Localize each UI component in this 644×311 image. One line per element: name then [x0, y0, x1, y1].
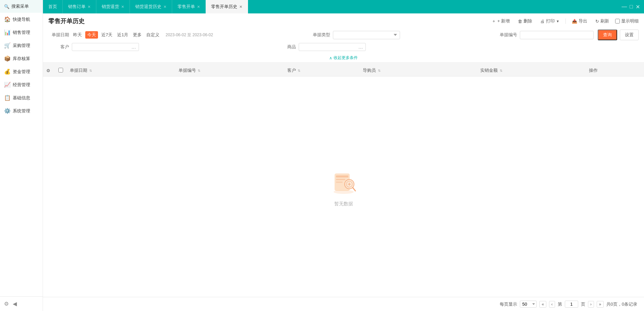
th-amount[interactable]: 实销金额 ⇅	[477, 65, 586, 76]
tab-retail-open-history[interactable]: 零售开单历史 ✕	[206, 0, 248, 13]
tab-sales-return-history[interactable]: 销货退货历史 ✕	[130, 0, 172, 13]
date-option-7days[interactable]: 近7天	[100, 31, 114, 39]
show-detail-checkbox[interactable]	[615, 19, 620, 23]
customer-dots-btn[interactable]: ...	[130, 44, 137, 50]
tab-retail-open-history-label: 零售开单历史	[211, 4, 237, 10]
goods-filter-input[interactable]	[300, 45, 357, 50]
sidebar-item-label: 库存核算	[13, 56, 30, 62]
date-options: 昨天 今天 近7天 近1月 更多 自定义 2023-06-02 至 2023-0…	[72, 31, 213, 39]
goods-filter-wrap[interactable]: ...	[299, 43, 366, 51]
sidebar-search[interactable]: 🔍 搜索采单	[0, 0, 43, 13]
print-label: 打印	[546, 18, 555, 24]
sidebar-item-operations[interactable]: 📈 经营管理	[0, 78, 43, 91]
collapse-row[interactable]: ∧ 收起更多条件	[48, 54, 639, 62]
empty-text: 暂无数据	[334, 201, 353, 207]
sidebar-item-finance[interactable]: 💰 资金管理	[0, 65, 43, 78]
th-salesperson-label: 导购员	[363, 68, 376, 73]
delete-button[interactable]: 🗑 删除	[516, 17, 534, 25]
date-option-more[interactable]: 更多	[132, 31, 143, 39]
minimize-btn[interactable]: —	[622, 4, 627, 10]
first-page-btn[interactable]: «	[539, 301, 546, 308]
export-icon: 📤	[572, 19, 577, 24]
page-unit: 页	[581, 301, 585, 307]
sidebar-item-quick-nav[interactable]: 🏠 快捷导航	[0, 13, 43, 26]
th-gear[interactable]: ⚙	[43, 65, 55, 76]
page-size-select[interactable]: 20 50 100 200	[520, 301, 537, 308]
sort-customer-icon: ⇅	[298, 69, 300, 72]
tab-home[interactable]: 首页	[43, 0, 63, 13]
collapse-sidebar-icon[interactable]: ◀	[13, 301, 17, 307]
tab-sales-return-history-close[interactable]: ✕	[163, 5, 166, 9]
tab-sales-order[interactable]: 销售订单 ✕	[63, 0, 96, 13]
th-date[interactable]: 单据日期 ⇅	[66, 65, 175, 76]
svg-rect-3	[336, 179, 345, 180]
th-salesperson[interactable]: 导购员 ⇅	[359, 65, 452, 76]
print-button[interactable]: 🖨 打印 ▼	[538, 17, 561, 25]
collapse-label: 收起更多条件	[334, 55, 358, 61]
date-option-yesterday[interactable]: 昨天	[72, 31, 83, 39]
date-option-1month[interactable]: 近1月	[116, 31, 130, 39]
tab-sales-return-close[interactable]: ✕	[121, 5, 124, 9]
add-button[interactable]: ＋ + 新增	[490, 17, 512, 25]
tabbar: 首页 销售订单 ✕ 销货退货 ✕ 销货退货历史 ✕ 零售开单 ✕ 零售开单历史 …	[43, 0, 644, 13]
settings-bottom-icon[interactable]: ⚙	[4, 301, 9, 307]
home-icon: 🏠	[4, 16, 11, 22]
tab-sales-order-close[interactable]: ✕	[88, 5, 91, 9]
inventory-icon: 📦	[4, 55, 11, 62]
toolbar: ＋ + 新增 🗑 删除 🖨 打印 ▼ 📤 导出	[490, 17, 639, 25]
print-icon: 🖨	[540, 19, 545, 24]
sidebar-bottom: ⚙ ◀	[0, 296, 43, 311]
tab-sales-return-history-label: 销货退货历史	[135, 4, 161, 10]
query-button[interactable]: 查询	[598, 30, 617, 40]
th-order-no[interactable]: 单据编号 ⇅	[175, 65, 284, 76]
th-date-label: 单据日期	[70, 68, 87, 73]
table-header-row: ⚙ 单据日期 ⇅ 单据编号 ⇅	[43, 65, 644, 76]
sidebar-item-label: 资金管理	[13, 69, 30, 75]
window-controls: — □ ✕	[622, 4, 644, 10]
th-action-label: 操作	[589, 68, 598, 73]
date-range-text: 2023-06-02 至 2023-06-02	[165, 32, 213, 38]
last-page-btn[interactable]: »	[597, 301, 604, 308]
export-button[interactable]: 📤 导出	[570, 17, 589, 25]
tab-sales-return[interactable]: 销货退货 ✕	[96, 0, 130, 13]
settings-button[interactable]: 设置	[620, 30, 639, 40]
sidebar-search-label: 搜索采单	[11, 3, 29, 9]
date-option-custom[interactable]: 自定义	[145, 31, 161, 39]
tab-retail-open[interactable]: 零售开单 ✕	[172, 0, 206, 13]
table-empty-state: 暂无数据	[43, 76, 644, 297]
gear-icon[interactable]: ⚙	[46, 68, 50, 73]
order-no-filter-input[interactable]	[520, 31, 594, 39]
sidebar-item-purchase-mgmt[interactable]: 🛒 采购管理	[0, 39, 43, 52]
sidebar-item-label: 采购管理	[13, 43, 30, 49]
goods-dots-btn[interactable]: ...	[357, 44, 364, 50]
sidebar-item-sales-mgmt[interactable]: 📊 销售管理	[0, 26, 43, 39]
prev-page-btn[interactable]: ‹	[549, 301, 555, 308]
refresh-button[interactable]: ↻ 刷新	[593, 17, 611, 25]
maximize-btn[interactable]: □	[630, 4, 633, 10]
select-all-checkbox[interactable]	[58, 68, 63, 72]
svg-rect-2	[336, 175, 348, 177]
close-btn[interactable]: ✕	[636, 4, 640, 10]
customer-filter-input[interactable]	[73, 45, 130, 50]
search-icon: 🔍	[4, 4, 9, 9]
sidebar-item-sys-mgmt[interactable]: ⚙️ 系统管理	[0, 104, 43, 117]
date-filter-label: 单据日期	[48, 32, 72, 38]
next-page-btn[interactable]: ›	[588, 301, 594, 308]
tab-retail-open-label: 零售开单	[178, 4, 195, 10]
type-filter-select[interactable]	[333, 31, 400, 39]
sidebar-item-base-info[interactable]: 📋 基础信息	[0, 91, 43, 104]
order-no-filter-label: 单据编号	[496, 32, 520, 38]
tab-retail-open-history-close[interactable]: ✕	[239, 5, 242, 9]
type-filter-label: 单据类型	[309, 32, 333, 38]
th-customer[interactable]: 客户 ⇅	[284, 65, 359, 76]
sidebar-item-inventory[interactable]: 📦 库存核算	[0, 52, 43, 65]
main-area: 首页 销售订单 ✕ 销货退货 ✕ 销货退货历史 ✕ 零售开单 ✕ 零售开单历史 …	[43, 0, 644, 311]
page-input[interactable]: 1	[565, 301, 578, 308]
sort-salesperson-icon: ⇅	[378, 69, 381, 72]
th-checkbox[interactable]	[55, 65, 66, 76]
base-info-icon: 📋	[4, 95, 11, 101]
date-option-today[interactable]: 今天	[85, 31, 98, 39]
tab-retail-open-close[interactable]: ✕	[197, 5, 200, 9]
customer-filter-wrap[interactable]: ...	[72, 43, 139, 51]
filter-section: 零售开单历史 ＋ + 新增 🗑 删除 🖨 打印 ▼	[43, 13, 644, 62]
